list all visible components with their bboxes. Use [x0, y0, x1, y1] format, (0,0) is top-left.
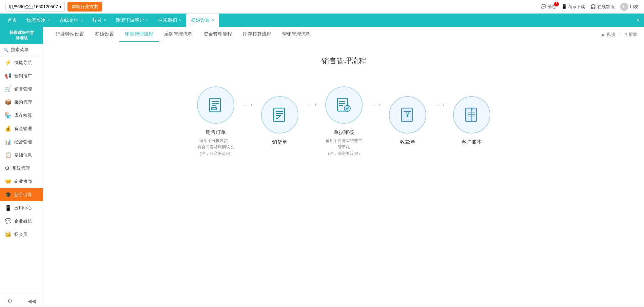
sidebar-items: ⚡ 快捷导航 📢 营销推广 🛒 销售管理 📦 采购管理 🏪 库存核算 💰 — [0, 56, 43, 295]
nav-tab-home-label: 首页 — [7, 17, 17, 23]
nav-tab-invite-close[interactable]: × — [146, 18, 149, 23]
message-icon: 💬 — [541, 4, 546, 9]
nav-tab-invite[interactable]: 邀请下游客户 × — [111, 14, 153, 27]
sub-tab-inventory-flow[interactable]: 库存核算流程 — [237, 27, 277, 42]
nav-tab-payment-close[interactable]: × — [80, 18, 83, 23]
sub-tabs: 行业特性设置 初始设置 销售管理流程 采购管理流程 资金管理流程 库存核算流程 … — [43, 27, 644, 42]
nav-tab-payment[interactable]: 在线支付 × — [55, 14, 87, 27]
flow-arrow-2: - - → — [307, 100, 317, 109]
flow-step-receipt[interactable]: ¥ 收款单 — [380, 96, 435, 147]
trial-button[interactable]: 体验行业方案 — [67, 2, 102, 12]
step-name-ledger: 客户账本 — [462, 139, 482, 145]
nav-tab-period[interactable]: 往来期初 × — [153, 14, 186, 27]
sub-tab-purchase-flow[interactable]: 采购管理流程 — [159, 27, 198, 42]
step-name-audit: 单据审核 — [334, 129, 354, 136]
sidebar-item-inventory[interactable]: 🏪 库存核算 — [0, 109, 43, 122]
sub-tab-industry-settings[interactable]: 行业特性设置 — [50, 27, 90, 42]
headset-icon: 🎧 — [590, 4, 596, 9]
sub-tab-init-settings[interactable]: 初始设置 — [90, 27, 119, 42]
nav-tab-account[interactable]: 账号 × — [87, 14, 111, 27]
video-help-button[interactable]: ▶ 视频 — [602, 32, 615, 38]
sub-tabs-right: ▶ 视频 | ? 帮助 — [602, 32, 637, 38]
step-name-delivery: 销货单 — [272, 139, 287, 145]
nav-tab-init-label: 初始设置 — [191, 17, 210, 23]
sub-tab-capital-flow[interactable]: 资金管理流程 — [198, 27, 237, 42]
sidebar-item-newbie[interactable]: 🎓 新手引导 — [0, 188, 43, 201]
sidebar-item-sales-mgmt[interactable]: 🛒 销售管理 — [0, 82, 43, 96]
flow-step-ledger[interactable]: ¥ 客户账本 — [445, 96, 499, 147]
enterprise-wechat-icon: 💬 — [5, 218, 12, 224]
ledger-icon: ¥ — [463, 106, 481, 124]
delivery-icon — [271, 106, 289, 124]
nav-tab-period-close[interactable]: × — [179, 18, 181, 23]
enterprise-collab-icon: 🤝 — [5, 178, 12, 185]
user-selector[interactable]: 用户690企业1660120507 ▾ — [5, 2, 65, 12]
sidebar-item-marketing-promo[interactable]: 📢 营销推广 — [0, 69, 43, 82]
sidebar-search-button[interactable]: 🔍 搜索菜单 — [0, 44, 43, 56]
quick-nav-icon: ⚡ — [5, 59, 12, 66]
search-icon: 🔍 — [3, 47, 9, 53]
top-bar-right: 💬 消息 6 📱 App下载 🎧 在线客服 U 用友 — [541, 3, 639, 11]
flow-arrow-1: - - → — [243, 100, 253, 109]
sub-tab-sales-flow[interactable]: 销售管理流程 — [119, 27, 159, 42]
sidebar-item-basic-info[interactable]: 📋 基础信息 — [0, 148, 43, 162]
nav-tab-invite-label: 邀请下游客户 — [116, 17, 144, 23]
sidebar-bottom: ⚙ ◀◀ — [0, 295, 43, 307]
step-name-sales-order: 销售订单 — [206, 129, 226, 136]
nav-tab-init-close[interactable]: × — [212, 18, 214, 23]
sidebar-item-purchase-mgmt[interactable]: 📦 采购管理 — [0, 96, 43, 109]
vip-icon: 👑 — [5, 231, 12, 238]
content-area: 行业特性设置 初始设置 销售管理流程 采购管理流程 资金管理流程 库存核算流程 … — [43, 27, 644, 307]
collapse-sidebar-button[interactable]: ◀◀ — [27, 298, 36, 304]
sidebar-item-sys-mgmt[interactable]: ⚙ 系统管理 — [0, 162, 43, 175]
message-button[interactable]: 💬 消息 6 — [541, 4, 556, 10]
online-service-button[interactable]: 🎧 在线客服 — [590, 4, 615, 10]
step-circle-audit — [325, 86, 363, 124]
sidebar-logo-text: 畅康诚好生意 标准版 — [9, 30, 34, 41]
flow-step-audit[interactable]: 单据审核 适用于财务审核或主管审核（注：非必要流程） — [317, 86, 371, 157]
settings-bottom-icon[interactable]: ⚙ — [7, 298, 12, 304]
avatar: U — [620, 3, 628, 11]
sidebar-logo: 畅康诚好生意 标准版 — [0, 27, 43, 44]
flow-content: 销售管理流程 销售订单 适用于分批发货、有合同发货周期较长（注 — [43, 42, 644, 307]
nav-tab-account-close[interactable]: × — [104, 18, 106, 23]
sidebar-item-operations[interactable]: 📊 经营管理 — [0, 135, 43, 148]
step-circle-ledger: ¥ — [453, 96, 490, 134]
sidebar: 畅康诚好生意 标准版 🔍 搜索菜单 ⚡ 快捷导航 📢 营销推广 🛒 销售管理 📦 — [0, 27, 43, 307]
flow-arrow-4: - - → — [435, 100, 445, 109]
top-bar-left: 用户690企业1660120507 ▾ 体验行业方案 — [5, 2, 102, 12]
flow-title: 销售管理流程 — [321, 56, 366, 66]
sub-tab-marketing-flow[interactable]: 营销管理流程 — [277, 27, 316, 42]
sidebar-item-enterprise-wechat[interactable]: 💬 企业微信 — [0, 214, 43, 228]
nav-tab-logistics[interactable]: 物流快递 × — [22, 14, 55, 27]
finance-icon: 💰 — [5, 125, 12, 132]
top-bar: 用户690企业1660120507 ▾ 体验行业方案 💬 消息 6 📱 App下… — [0, 0, 644, 14]
step-name-receipt: 收款单 — [400, 139, 415, 145]
nav-tab-logistics-close[interactable]: × — [47, 18, 50, 23]
sidebar-item-enterprise-collab[interactable]: 🤝 企业协同 — [0, 175, 43, 188]
marketing-promo-icon: 📢 — [5, 73, 12, 79]
inventory-icon: 🏪 — [5, 112, 12, 119]
sidebar-item-vip[interactable]: 👑 畅会员 — [0, 228, 43, 241]
sidebar-item-quick-nav[interactable]: ⚡ 快捷导航 — [0, 56, 43, 69]
flow-step-sales-order[interactable]: 销售订单 适用于分批发货、有合同发货周期较长（注：非必要流程） — [189, 86, 243, 157]
flow-step-delivery[interactable]: 销货单 — [253, 96, 307, 147]
sidebar-item-finance[interactable]: 💰 资金管理 — [0, 122, 43, 135]
nav-tab-home[interactable]: 首页 — [3, 14, 22, 27]
operations-icon: 📊 — [5, 139, 12, 145]
sidebar-item-app-center[interactable]: 📱 应用中心 — [0, 201, 43, 214]
svg-rect-4 — [212, 107, 216, 110]
svg-text:¥: ¥ — [406, 111, 409, 118]
sys-mgmt-icon: ⚙ — [5, 165, 9, 171]
app-download-button[interactable]: 📱 App下载 — [562, 4, 585, 10]
svg-rect-5 — [274, 108, 285, 122]
help-button[interactable]: ? 帮助 — [625, 32, 637, 38]
user-avatar-button[interactable]: U 用友 — [620, 3, 639, 11]
step-circle-sales-order — [197, 86, 234, 124]
newbie-icon: 🎓 — [5, 191, 12, 198]
nav-tab-init[interactable]: 初始设置 × — [186, 14, 219, 27]
chevron-down-icon: ▾ — [59, 4, 62, 9]
flow-steps: 销售订单 适用于分批发货、有合同发货周期较长（注：非必要流程） - - → — [64, 86, 624, 157]
message-badge: 6 — [554, 2, 559, 6]
nav-bar-close-icon[interactable]: × — [636, 17, 640, 24]
